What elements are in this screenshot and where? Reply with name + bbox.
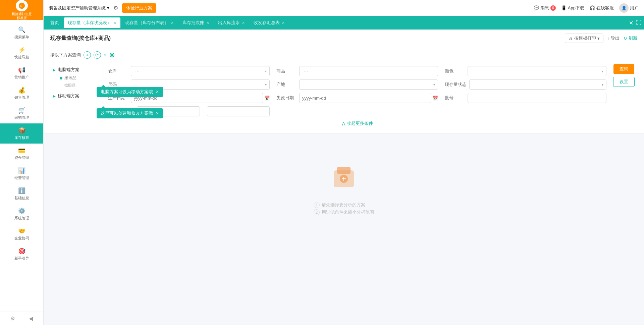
app-download-action[interactable]: 📱 App下载 — [561, 5, 584, 11]
scheme-pc-item[interactable]: ▶ 电脑端方案 — [53, 65, 101, 74]
support-icon: 🎧 — [590, 5, 595, 10]
online-support-action[interactable]: 🎧 在线客服 — [590, 5, 614, 11]
sidebar-item-search[interactable]: 🔍 搜索菜单 — [0, 23, 43, 43]
tab-inventory-status[interactable]: 现存量（库存状况表） ✕ — [64, 17, 120, 28]
online-support-label: 在线客服 — [596, 5, 614, 11]
phone-icon: 📱 — [561, 5, 567, 10]
filter-field-expiry-date: 失效日期 📅 — [276, 93, 438, 103]
tab-inventory-dist[interactable]: 现存量（库存分布表） ✕ — [121, 17, 178, 28]
sidebar-item-enterprise[interactable]: 🤝 企业协同 — [0, 224, 43, 244]
color-label: 颜色 — [445, 68, 465, 74]
tab-close-icon[interactable]: ✕ — [242, 21, 245, 25]
empty-illustration — [327, 160, 361, 194]
origin-arrow-icon: ▾ — [433, 83, 435, 87]
sidebar-item-marketing[interactable]: 📢 营销推广 — [0, 63, 43, 83]
filter-grid-row4: 现存量（主） — — [108, 106, 606, 116]
dropdown-arrow-icon: ▾ — [107, 5, 109, 10]
sidebar-bottom: ⚙ ◀ — [0, 312, 43, 325]
dropdown-arrow-icon: ▾ — [597, 36, 600, 41]
search-button[interactable]: 查询 — [613, 64, 634, 74]
tab-close-icon[interactable]: ✕ — [171, 21, 174, 25]
warehouse-select[interactable]: ··· ▾ — [131, 66, 270, 76]
messages-badge: 6 — [550, 5, 556, 11]
settings-bottom-icon[interactable]: ⚙ — [10, 315, 15, 322]
collapse-icon[interactable]: ◀ — [29, 315, 33, 322]
scheme-goods-item[interactable]: 按照品 — [60, 82, 101, 89]
tooltip-edit-close[interactable]: ✕ — [156, 111, 159, 116]
expiry-date-start-input[interactable] — [299, 93, 431, 103]
warehouse-label: 仓库 — [108, 68, 128, 74]
expiry-date-calendar-icon[interactable]: 📅 — [433, 96, 438, 101]
tab-label: 收发存汇总表 — [254, 20, 280, 26]
finance-icon: 💳 — [18, 147, 25, 154]
tab-batch[interactable]: 库存批次账 ✕ — [178, 17, 213, 28]
batch-input[interactable] — [468, 93, 606, 103]
refresh-icon: ↻ — [624, 36, 627, 41]
collapse-more-conditions[interactable]: ⋀ 收起更多条件 — [108, 118, 606, 129]
sidebar-item-label: 搜索菜单 — [14, 35, 29, 40]
settings-icon[interactable]: ⚙ — [113, 5, 118, 11]
tab-close-icon[interactable]: ✕ — [113, 21, 116, 25]
tab-home[interactable]: 首页 — [46, 17, 63, 28]
tooltip-pc-text: 电脑方案可设为移动方案哦 — [101, 89, 153, 95]
print-icon: 🖨 — [569, 36, 573, 41]
color-select[interactable]: ▾ — [468, 66, 606, 76]
tab-label: 出入库流水 — [218, 20, 240, 26]
tab-summary[interactable]: 收发存汇总表 ✕ — [250, 17, 289, 28]
origin-select[interactable]: ▾ — [299, 79, 438, 90]
sidebar-item-label: 系统管理 — [14, 216, 29, 221]
system-name-selector[interactable]: 装备及固定资产辅助管理系统 ▾ — [49, 5, 109, 11]
scheme-default-item[interactable]: 按照品 — [60, 74, 101, 82]
filter-scheme-panel: ▶ 电脑端方案 按照品 按照品 ▶ 移动端方案 — [50, 63, 104, 129]
tab-expand-icon[interactable]: ⛶ — [636, 20, 641, 26]
goods-dots: ··· — [304, 68, 308, 74]
sidebar-item-system[interactable]: ⚙️ 系统管理 — [0, 204, 43, 224]
messages-action[interactable]: 💬 消息 6 — [534, 5, 556, 11]
tooltip-pc-close[interactable]: ✕ — [156, 90, 159, 94]
refresh-label: 刷新 — [629, 35, 637, 41]
tab-label: 现存量（库存分布表） — [125, 20, 169, 26]
scheme-pc-sub: 按照品 按照品 — [53, 74, 101, 89]
tab-close-all-icon[interactable]: ✕ — [629, 20, 633, 26]
tab-close-icon[interactable]: ✕ — [282, 21, 285, 25]
scheme-tree: ▶ 电脑端方案 按照品 按照品 ▶ 移动端方案 — [53, 65, 101, 103]
sidebar-item-inventory[interactable]: 📦 库存核算 — [0, 123, 43, 144]
size-arrow-icon: ▾ — [265, 83, 267, 87]
search-icon: 🔍 — [18, 26, 25, 34]
export-button[interactable]: ↑ 导出 — [607, 35, 620, 41]
app-download-label: App下载 — [568, 5, 584, 11]
sidebar-item-sales[interactable]: 💰 销售管理 — [0, 83, 43, 103]
tab-inout-flow[interactable]: 出入库流水 ✕ — [214, 17, 249, 28]
filter-back-button[interactable]: « — [104, 52, 106, 58]
scheme-mobile-item[interactable]: ▶ 移动端方案 — [53, 92, 101, 100]
experience-button[interactable]: 体验行业方案 — [122, 3, 156, 13]
filter-scheme-button[interactable]: ⟳ — [94, 51, 101, 59]
template-print-button[interactable]: 🖨 按模板打印 ▾ — [565, 34, 603, 43]
sidebar-item-operations[interactable]: 📊 经营管理 — [0, 164, 43, 184]
sidebar-item-nav[interactable]: ⚡ 快捷导航 — [0, 43, 43, 63]
filter-field-stock-status: 现存量状态 ▾ — [445, 79, 606, 90]
sidebar: 6 畅捷通好生意 标准版 🔍 搜索菜单 ⚡ 快捷导航 📢 营销推广 💰 销售管理… — [0, 0, 44, 325]
page-area: 现存量查询(按仓库+商品) 🖨 按模板打印 ▾ ↑ 导出 ↻ 刷新 — [44, 30, 644, 325]
empty-tips: 1 请先选择要分析的方案 2 用过滤条件来缩小分析范围 — [314, 201, 374, 217]
sidebar-nav: 🔍 搜索菜单 ⚡ 快捷导航 📢 营销推广 💰 销售管理 🛒 采购管理 📦 库存核… — [0, 20, 43, 312]
filter-grid-row1: 仓库 ··· ▾ 商品 ··· — [108, 66, 606, 76]
sidebar-item-finance[interactable]: 💳 资金管理 — [0, 144, 43, 164]
user-area[interactable]: 👤 用户 — [619, 3, 639, 13]
sidebar-item-guide[interactable]: 🎯 新手引导 — [0, 244, 43, 264]
reset-button[interactable]: 设置 — [613, 77, 635, 87]
logo-text: 畅捷通好生意 标准版 — [12, 12, 32, 20]
sidebar-item-basic-info[interactable]: ℹ️ 基础信息 — [0, 184, 43, 204]
goods-select[interactable]: ··· — [299, 66, 438, 76]
stock-qty-max-input[interactable] — [207, 106, 270, 116]
prod-date-start-calendar-icon[interactable]: 📅 — [264, 96, 270, 101]
page-header-actions: 🖨 按模板打印 ▾ ↑ 导出 ↻ 刷新 — [565, 34, 638, 43]
tab-close-icon[interactable]: ✕ — [206, 21, 209, 25]
info-icon: ℹ️ — [18, 187, 25, 195]
filter-actions-column: 查询 设置 — [610, 63, 637, 129]
filter-add-button[interactable]: + — [84, 51, 91, 59]
refresh-button[interactable]: ↻ 刷新 — [624, 35, 637, 41]
purchase-icon: 🛒 — [18, 107, 25, 114]
sidebar-item-purchase[interactable]: 🛒 采购管理 — [0, 103, 43, 123]
stock-status-select[interactable]: ▾ — [469, 79, 606, 90]
